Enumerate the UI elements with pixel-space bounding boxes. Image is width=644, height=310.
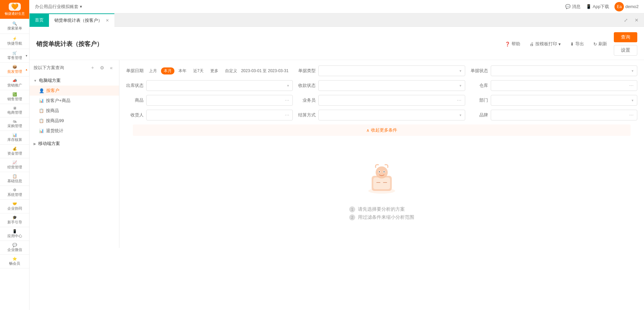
department-select[interactable]: ▾ — [491, 95, 637, 106]
export-button[interactable]: ⬇ 导出 — [568, 40, 587, 48]
filter-receipt-status: 收款状态 ▾ — [298, 80, 465, 91]
topbar-left: 办公用品行业模拟账套 ▾ — [35, 4, 82, 10]
sidebar-item-enterprise-wechat[interactable]: 💬 企业微信 — [0, 241, 29, 255]
refresh-icon: ↻ — [593, 42, 597, 47]
date-btn-last-7days[interactable]: 近7天 — [191, 67, 206, 74]
sidebar-item-sales-mgmt[interactable]: 💹 销售管理 — [0, 90, 29, 104]
salesperson-select[interactable]: ··· — [318, 95, 465, 106]
sidebar-item-purchase-mgmt[interactable]: 🛍 采购管理 — [0, 117, 29, 131]
scheme-by-customer-goods[interactable]: 📊 按客户+商品 — [30, 96, 119, 106]
dropdown-arrow-icon: ▾ — [80, 4, 82, 9]
goods-icon: 📋 — [39, 108, 44, 113]
order-status-select[interactable]: ▾ — [491, 65, 637, 76]
more-brand-icon[interactable]: ··· — [629, 112, 634, 118]
filter-date: 单据日期 上月 本月 本年 近7天 更多 自定义 2023-03-01 至 20… — [126, 67, 293, 74]
date-btn-custom[interactable]: 自定义 — [222, 67, 240, 74]
sidebar-item-finance-mgmt[interactable]: 💰 资金管理 — [0, 145, 29, 158]
sidebar-item-retail-mgmt[interactable]: 🛒 零售管理 ▼ — [0, 49, 29, 63]
industry-selector[interactable]: 办公用品行业模拟账套 ▾ — [35, 4, 82, 10]
more-goods-icon[interactable]: ··· — [285, 97, 289, 103]
restore-window-icon[interactable]: ⤢ — [624, 17, 628, 23]
tab-close-icon[interactable]: ✕ — [106, 18, 109, 23]
date-btn-last-month[interactable]: 上月 — [146, 67, 160, 74]
date-btn-this-year[interactable]: 本年 — [176, 67, 189, 74]
collapse-filters-button[interactable]: ∧ 收起更多条件 — [133, 124, 631, 136]
empty-hint-2: 2 用过滤条件来缩小分析范围 — [349, 214, 414, 220]
sidebar-item-quick-nav[interactable]: ⚡ 快捷导航 — [0, 34, 29, 49]
sidebar-item-enterprise-agreement[interactable]: 🤝 企业协同 — [0, 200, 29, 213]
purchase-icon: 🛍 — [13, 119, 16, 123]
warehouse-select[interactable]: ··· — [491, 80, 637, 91]
message-button[interactable]: 💬 消息 — [565, 4, 581, 10]
sidebar-item-vip[interactable]: ⭐ 畅会员 — [0, 255, 29, 268]
desktop-section-title[interactable]: ▼ 电脑端方案 — [30, 75, 119, 86]
chevron-down-icon: ▾ — [632, 69, 634, 73]
app-download-button[interactable]: 📱 App下载 — [586, 4, 609, 10]
lightning-icon: ⚡ — [12, 37, 17, 41]
scheme-by-goods-99[interactable]: 📋 按商品99 — [30, 116, 119, 126]
more-salesperson-icon[interactable]: ··· — [457, 97, 461, 103]
date-btn-this-month[interactable]: 本月 — [161, 67, 174, 74]
collapse-panel-button[interactable]: « — [108, 64, 115, 71]
receipt-status-select[interactable]: ▾ — [318, 80, 465, 91]
scheme-by-goods[interactable]: 📋 按商品 — [30, 106, 119, 116]
order-type-select[interactable]: ▾ — [318, 65, 465, 76]
sidebar-item-onboarding[interactable]: 🎓 新手引导 — [0, 213, 29, 227]
empty-hint-1: 1 请先选择要分析的方案 — [349, 206, 414, 212]
topbar-right: 💬 消息 📱 App下载 Ea demo2 — [565, 2, 639, 11]
tab-sales-stat[interactable]: 销货单统计表（按客户） ✕ — [49, 13, 114, 27]
chevron-down-icon: ▼ — [25, 54, 28, 57]
app-name: 畅捷通好生意 — [5, 11, 25, 16]
tab-home[interactable]: 首页 — [30, 13, 49, 27]
sidebar-item-ecommerce-mgmt[interactable]: 🖥 电商管理 — [0, 104, 29, 117]
brand-select[interactable]: ··· — [491, 110, 637, 120]
empty-state: 1 请先选择要分析的方案 2 用过滤条件来缩小分析范围 — [126, 137, 637, 243]
out-status-select[interactable]: ▾ — [146, 80, 293, 91]
sidebar-item-operations-mgmt[interactable]: 📈 经营管理 — [0, 158, 29, 172]
refresh-button[interactable]: ↻ 刷新 — [591, 40, 610, 48]
page-inner: 销货单统计表（按客户） ❓ 帮助 🖨 按模板打印 ▾ ⬇ 导出 — [30, 27, 644, 310]
sidebar-item-basic-info[interactable]: 📋 基础信息 — [0, 172, 29, 186]
sidebar-item-search-menu[interactable]: 🔍 搜索菜单 — [0, 19, 29, 34]
settlement-select[interactable]: ▾ — [318, 110, 465, 120]
sidebar-item-system-mgmt[interactable]: ⚙ 系统管理 — [0, 186, 29, 200]
settings-button[interactable]: 设置 — [614, 45, 637, 56]
enterprise-icon: 🤝 — [12, 202, 17, 206]
sidebar-item-app-center[interactable]: 📱 应用中心 — [0, 227, 29, 241]
svg-point-3 — [376, 166, 388, 178]
tree-collapsed-icon: ▶ — [34, 142, 36, 146]
left-panel-actions: ＋ ⚙ « — [89, 64, 115, 71]
sidebar: 🧡 畅捷通好生意 🔍 搜索菜单 ⚡ 快捷导航 🛒 零售管理 ▼ 📦 批发管理 ▲… — [0, 0, 30, 310]
chevron-down-icon: ▾ — [287, 84, 289, 88]
customer-goods-icon: 📊 — [39, 98, 44, 103]
sidebar-item-wholesale-mgmt[interactable]: 📦 批发管理 ▲ — [0, 63, 29, 76]
mobile-schemes-section: ▶ 移动端方案 — [30, 139, 119, 149]
svg-point-6 — [379, 171, 380, 172]
help-button[interactable]: ❓ 帮助 — [502, 40, 523, 48]
more-options-icon[interactable]: ··· — [629, 83, 634, 89]
edit-scheme-button[interactable]: ⚙ — [98, 64, 106, 71]
scheme-return-stats[interactable]: 📊 退货统计 — [30, 126, 119, 136]
user-menu[interactable]: Ea demo2 — [614, 2, 639, 11]
add-scheme-button[interactable]: ＋ — [89, 64, 96, 71]
filter-row-3: 商品 ··· 业务员 ··· — [126, 95, 637, 106]
mobile-section-title[interactable]: ▶ 移动端方案 — [30, 139, 119, 149]
svg-rect-2 — [373, 177, 390, 189]
wholesale-icon: 📦 — [12, 65, 17, 69]
filter-settlement: 结算方式 ▾ — [298, 110, 465, 120]
close-window-icon[interactable]: ✕ — [632, 17, 641, 23]
chevron-up-icon: ▲ — [25, 68, 28, 71]
print-button[interactable]: 🖨 按模板打印 ▾ — [527, 40, 564, 48]
sidebar-item-inventory[interactable]: 📊 库存核算 — [0, 131, 29, 145]
tree-expand-icon: ▼ — [34, 79, 37, 83]
sidebar-item-marketing[interactable]: 📣 营销推广 — [0, 76, 29, 90]
app-logo: 🧡 畅捷通好生意 — [0, 0, 29, 19]
date-btn-more[interactable]: 更多 — [208, 67, 221, 74]
tabbar: 首页 销货单统计表（按客户） ✕ ⤢ ✕ — [30, 13, 644, 27]
more-receiver-icon[interactable]: ··· — [285, 112, 289, 118]
scheme-by-customer[interactable]: 👤 按客户 — [30, 86, 119, 96]
basic-info-icon: 📋 — [12, 174, 17, 178]
goods-select[interactable]: ··· — [146, 95, 293, 106]
query-button[interactable]: 查询 — [614, 32, 637, 42]
receiver-select[interactable]: ··· — [146, 110, 293, 120]
